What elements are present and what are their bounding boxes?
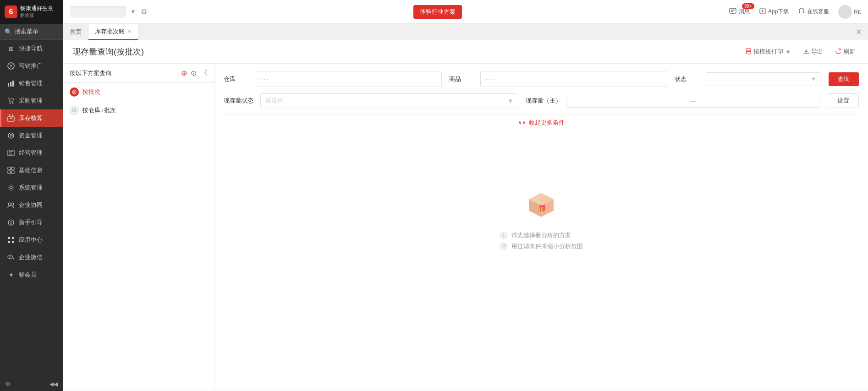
filter-row-1: 仓库 ··· 商品 ··· 状态 [224,71,859,87]
search-input[interactable] [71,6,126,17]
status-label: 状态 [675,75,702,83]
svg-rect-13 [11,171,14,174]
step-1-text: 请先选择要分析的方案 [511,231,571,239]
sidebar-search[interactable]: 🔍 搜索菜单 [0,24,63,40]
collapse-more-btn[interactable]: ∧∧ 收起更多条件 [224,114,859,130]
tab-close-icon[interactable]: ✕ [127,28,132,34]
settings-btn[interactable]: 设置 [828,93,859,108]
sidebar-item-label: 企业协同 [19,201,43,209]
tab-home[interactable]: 首页 [63,24,88,40]
settings-icon[interactable]: ⚙ [141,7,147,16]
add-filter-icon[interactable]: ⊕ [181,69,187,77]
sidebar-item-label: 库存核算 [19,114,43,122]
sidebar-item-label: 基础信息 [19,166,43,174]
member-icon: ✦ [7,271,15,279]
sidebar-item-marketing[interactable]: 营销推广 [0,57,63,75]
warehouse-label: 仓库 [224,75,251,83]
refresh-icon [835,48,841,56]
svg-rect-2 [10,82,11,87]
svg-rect-21 [12,241,14,243]
print-btn[interactable]: 按模板打印 ▼ [742,46,795,58]
stock-qty-input[interactable]: — [566,94,820,108]
message-icon [729,7,737,16]
sidebar-item-label: 畅会员 [19,271,37,279]
filter-item-by-warehouse-batch[interactable]: 按仓库+批次 [63,101,214,119]
filter-panel: 按以下方案查询 ⊕ ⊙ 《 按批次 [63,64,868,391]
svg-text:🎁: 🎁 [538,204,546,212]
main-area: ▼ ⚙ 体验行业方案 消息 99+ App下载 [63,0,868,391]
user-profile[interactable]: Rit [838,5,861,19]
settings-footer-btn[interactable]: ⚙ [5,381,11,387]
filter-item-label-warehouse-batch: 按仓库+批次 [82,106,116,114]
svg-point-14 [10,187,12,189]
collapse-filter-icon[interactable]: 《 [200,68,208,78]
product-field: 商品 ··· [449,71,667,87]
experience-btn[interactable]: 体验行业方案 [413,5,462,19]
svg-rect-27 [799,11,800,13]
sidebar-item-inventory[interactable]: 库存核算 [0,109,63,127]
print-dropdown-icon[interactable]: ▼ [785,49,791,55]
sidebar-item-operation[interactable]: 经营管理 [0,144,63,162]
top-bar-left: ▼ ⚙ [71,6,147,17]
stock-status-select[interactable]: 请选择 ▼ [260,93,518,108]
tab-bar: 首页 库存批次账 ✕ ✕ [63,24,868,40]
svg-point-4 [10,103,11,104]
warehouse-input[interactable]: ··· [255,71,442,87]
status-select[interactable]: ▼ [706,72,821,86]
system-icon [7,184,15,192]
app-info: 畅康通好生意 标准版 [20,5,53,19]
collapse-chevron-icon: ∧∧ [518,119,526,126]
inventory-icon [7,114,15,122]
search-label: 搜索菜单 [15,27,38,36]
messages-badge: 99+ [742,3,754,9]
sidebar-item-member[interactable]: ✦ 畅会员 [0,266,63,283]
app-center-icon [7,236,15,244]
sidebar-item-purchase[interactable]: 采购管理 [0,92,63,109]
sidebar-item-basic[interactable]: 基础信息 [0,162,63,179]
product-input[interactable]: ··· [480,71,667,87]
export-btn[interactable]: 导出 [799,46,827,58]
sidebar-item-app-center[interactable]: 应用中心 [0,231,63,249]
sidebar-item-finance[interactable]: 资金管理 [0,127,63,144]
stock-status-field: 现存量状态 请选择 ▼ [224,93,518,108]
sidebar-item-sales[interactable]: 销售管理 [0,75,63,92]
online-support-label: 在线客服 [807,8,829,16]
svg-rect-1 [8,83,9,87]
operation-icon [7,149,15,157]
export-label: 导出 [811,48,823,56]
sidebar-item-corp-wechat[interactable]: 企业微信 [0,249,63,266]
app-download-btn[interactable]: App下载 [759,7,789,16]
filter-item-icon-batch [70,87,79,97]
status-field: 状态 ▼ [675,72,821,86]
headset-icon [798,7,805,16]
page-title: 现存量查询(按批次) [72,46,144,57]
svg-rect-12 [8,171,11,174]
sidebar-item-system[interactable]: 系统管理 [0,179,63,196]
sidebar-item-corp-collab[interactable]: 企业协同 [0,196,63,214]
query-btn[interactable]: 查询 [829,72,859,86]
tab-panel-close-btn[interactable]: ✕ [849,24,868,40]
stock-qty-field: 现存量（主） — [526,94,820,108]
tab-inventory-batch-label: 库存批次账 [95,27,125,36]
sidebar: 6 畅康通好生意 标准版 🔍 搜索菜单 ⊞ 快捷导航 营销推广 销售管理 [0,0,63,391]
messages-btn[interactable]: 消息 99+ [729,7,750,16]
sales-icon [7,79,15,87]
app-download-icon [759,7,766,16]
sidebar-item-label: 企业微信 [19,253,43,261]
refresh-btn[interactable]: 刷新 [831,46,859,58]
tab-inventory-batch[interactable]: 库存批次账 ✕ [88,24,138,40]
svg-point-15 [8,203,11,206]
app-name: 畅康通好生意 [20,5,53,12]
sidebar-item-guide[interactable]: 新手引导 [0,214,63,231]
online-support-btn[interactable]: 在线客服 [798,7,829,16]
collapse-sidebar-btn[interactable]: ◀◀ [49,381,58,387]
sidebar-footer: ⚙ ◀◀ [0,377,63,391]
empty-state: 🎁 1 请先选择要分析的方案 2 用过滤条件来缩小分析范围 [214,138,868,298]
settings-filter-icon[interactable]: ⊙ [191,69,197,77]
sidebar-item-quick-nav[interactable]: ⊞ 快捷导航 [0,40,63,57]
filter-item-by-batch[interactable]: 按批次 [63,83,214,101]
stock-qty-placeholder: — [690,98,696,104]
print-icon [745,48,752,56]
svg-point-22 [8,255,12,259]
dropdown-arrow-icon[interactable]: ▼ [130,8,136,15]
